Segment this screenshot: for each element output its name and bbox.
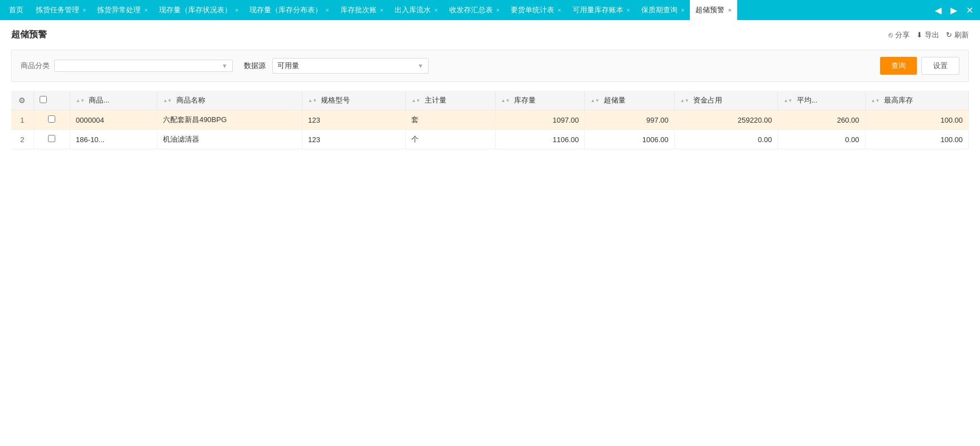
- page-header: 超储预警 ⎋ 分享 ⬇ 导出 ↻ 刷新: [11, 29, 969, 41]
- data-table: ⚙ ▲▼ 商品... ▲▼ 商品名称 ▲▼ 规格型号 ▲▼: [11, 91, 969, 149]
- tab-现存量库存分布表[interactable]: 现存量（库存分布表） ×: [244, 0, 334, 20]
- row-product-name: 机油滤清器: [157, 130, 302, 149]
- sort-icon-capital: ▲▼: [680, 99, 689, 103]
- column-settings[interactable]: ⚙: [11, 91, 33, 110]
- nav-arrows: ◀ ▶ ✕: [930, 5, 978, 16]
- row-checkbox-cell: [33, 110, 70, 130]
- row-num: 2: [11, 130, 33, 149]
- sort-icon-overflow: ▲▼: [590, 99, 599, 103]
- tab-要货单统计表[interactable]: 要货单统计表 ×: [505, 0, 566, 20]
- close-tab-3[interactable]: ×: [325, 7, 329, 13]
- row-overflow: 1006.00: [585, 130, 674, 149]
- row-product-code: 0000004: [70, 110, 157, 130]
- table-row: 2 186-10... 机油滤清器 123 个 1106.00 1006.00 …: [11, 130, 969, 149]
- row-unit: 个: [406, 130, 495, 149]
- row-avg: 0.00: [778, 130, 865, 149]
- filter-actions: 查询 设置: [880, 57, 959, 75]
- page-actions: ⎋ 分享 ⬇ 导出 ↻ 刷新: [888, 30, 969, 40]
- column-unit[interactable]: ▲▼ 主计量: [406, 91, 495, 110]
- datasource-dropdown-icon: ▼: [417, 62, 424, 69]
- tab-拣货异常处理[interactable]: 拣货异常处理 ×: [92, 0, 153, 20]
- close-tab-2[interactable]: ×: [235, 7, 238, 13]
- filter-row: 商品分类 ▼ 数据源 可用量 ▼ 查询 设置: [11, 50, 969, 82]
- tab-现存量库存状况表[interactable]: 现存量（库存状况表） ×: [153, 0, 244, 20]
- close-tab-6[interactable]: ×: [496, 7, 499, 13]
- column-checkbox: [33, 91, 70, 110]
- category-filter-group: 商品分类 ▼: [21, 60, 233, 72]
- share-icon: ⎋: [888, 31, 893, 39]
- datasource-filter-group: 数据源 可用量 ▼: [244, 58, 429, 74]
- sort-icon-max-stock: ▲▼: [871, 99, 880, 103]
- row-num: 1: [11, 110, 33, 130]
- row-avg: 260.00: [778, 110, 865, 130]
- row-max-stock: 100.00: [865, 130, 969, 149]
- column-stock[interactable]: ▲▼ 库存量: [495, 91, 584, 110]
- gear-icon[interactable]: ⚙: [18, 96, 26, 105]
- close-tab-7[interactable]: ×: [558, 7, 561, 13]
- refresh-icon: ↻: [946, 31, 952, 39]
- sort-icon-stock: ▲▼: [501, 99, 510, 103]
- settings-button[interactable]: 设置: [921, 57, 959, 75]
- datasource-select[interactable]: 可用量 ▼: [272, 58, 429, 74]
- tab-库存批次账[interactable]: 库存批次账 ×: [335, 0, 389, 20]
- query-button[interactable]: 查询: [880, 57, 917, 75]
- column-product-code[interactable]: ▲▼ 商品...: [70, 91, 157, 110]
- sort-icon-product-code: ▲▼: [76, 99, 85, 103]
- row-product-name: 六配套新昌490BPG: [157, 110, 302, 130]
- column-capital[interactable]: ▲▼ 资金占用: [674, 91, 777, 110]
- close-tab-5[interactable]: ×: [434, 7, 438, 13]
- sort-icon-avg: ▲▼: [784, 99, 792, 103]
- row-spec: 123: [302, 110, 405, 130]
- column-avg[interactable]: ▲▼ 平均...: [778, 91, 865, 110]
- refresh-button[interactable]: ↻ 刷新: [946, 30, 969, 40]
- row-product-code: 186-10...: [70, 130, 157, 149]
- nav-prev-arrow[interactable]: ◀: [930, 5, 946, 16]
- close-tab-4[interactable]: ×: [380, 7, 383, 13]
- datasource-label: 数据源: [244, 61, 266, 71]
- nav-home[interactable]: 首页: [2, 0, 30, 20]
- page-title: 超储预警: [11, 29, 47, 41]
- row-spec: 123: [302, 130, 405, 149]
- close-tab-8[interactable]: ×: [627, 7, 630, 13]
- top-nav: 首页 拣货任务管理 × 拣货异常处理 × 现存量（库存状况表） × 现存量（库存…: [0, 0, 980, 20]
- sort-icon-spec: ▲▼: [308, 99, 317, 103]
- sort-icon-product-name: ▲▼: [163, 99, 172, 103]
- row-checkbox-1[interactable]: [48, 135, 55, 142]
- column-overflow[interactable]: ▲▼ 超储量: [585, 91, 674, 110]
- export-icon: ⬇: [916, 31, 923, 39]
- row-capital: 0.00: [674, 130, 777, 149]
- datasource-select-text: 可用量: [277, 61, 413, 71]
- category-select[interactable]: ▼: [54, 60, 233, 72]
- close-tab-10[interactable]: ×: [728, 7, 731, 13]
- table-header-row: ⚙ ▲▼ 商品... ▲▼ 商品名称 ▲▼ 规格型号 ▲▼: [11, 91, 969, 110]
- sort-icon-unit: ▲▼: [411, 99, 420, 103]
- share-button[interactable]: ⎋ 分享: [888, 30, 910, 40]
- column-max-stock[interactable]: ▲▼ 最高库存: [865, 91, 969, 110]
- select-all-checkbox[interactable]: [40, 96, 47, 103]
- row-capital: 259220.00: [674, 110, 777, 130]
- row-checkbox-0[interactable]: [48, 115, 55, 123]
- column-product-name[interactable]: ▲▼ 商品名称: [157, 91, 302, 110]
- nav-next-arrow[interactable]: ▶: [946, 5, 962, 16]
- row-max-stock: 100.00: [865, 110, 969, 130]
- column-spec[interactable]: ▲▼ 规格型号: [302, 91, 405, 110]
- close-tab-1[interactable]: ×: [144, 7, 147, 13]
- tab-超储预警[interactable]: 超储预警 ×: [690, 0, 737, 20]
- row-checkbox-cell: [33, 130, 70, 149]
- row-stock: 1097.00: [495, 110, 584, 130]
- row-stock: 1106.00: [495, 130, 584, 149]
- page-content: 超储预警 ⎋ 分享 ⬇ 导出 ↻ 刷新 商品分类 ▼ 数据源: [0, 20, 980, 446]
- tab-收发存汇总表[interactable]: 收发存汇总表 ×: [444, 0, 505, 20]
- category-dropdown-icon: ▼: [222, 62, 228, 69]
- table-row: 1 0000004 六配套新昌490BPG 123 套 1097.00 997.…: [11, 110, 969, 130]
- row-unit: 套: [406, 110, 495, 130]
- tab-拣货任务管理[interactable]: 拣货任务管理 ×: [30, 0, 92, 20]
- tab-出入库流水[interactable]: 出入库流水 ×: [389, 0, 443, 20]
- nav-close-arrow[interactable]: ✕: [962, 5, 978, 16]
- tab-保质期查询[interactable]: 保质期查询 ×: [636, 0, 690, 20]
- close-tab-9[interactable]: ×: [681, 7, 684, 13]
- export-button[interactable]: ⬇ 导出: [916, 30, 939, 40]
- category-label: 商品分类: [21, 61, 50, 71]
- tab-可用量库存账本[interactable]: 可用量库存账本 ×: [567, 0, 636, 20]
- close-tab-0[interactable]: ×: [83, 7, 86, 13]
